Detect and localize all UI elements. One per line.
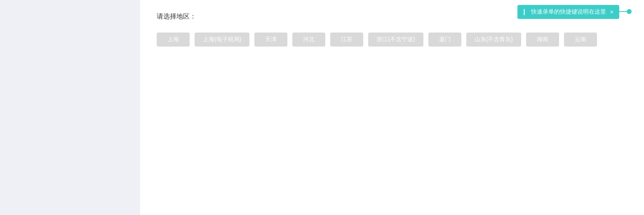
left-sidebar — [0, 0, 140, 215]
region-button-shanghai[interactable]: 上海 — [157, 33, 190, 47]
region-button-zhejiang[interactable]: 浙江(不含宁波) — [368, 33, 423, 47]
region-button-yunnan[interactable]: 云南 — [564, 33, 597, 47]
region-buttons-container: 上海上海(电子税局)天津河北江苏浙江(不含宁波)厦门山东(不含青岛)海南云南 — [157, 33, 628, 47]
main-content: 请选择地区： 上海上海(电子税局)天津河北江苏浙江(不含宁波)厦门山东(不含青岛… — [140, 0, 644, 215]
region-button-shandong[interactable]: 山东(不含青岛) — [466, 33, 521, 47]
tooltip-text: 快速录单的快捷键说明在这里 — [531, 8, 606, 16]
tooltip-close-button[interactable]: × — [610, 9, 613, 15]
region-button-hebei[interactable]: 河北 — [292, 33, 325, 47]
region-button-xiamen[interactable]: 厦门 — [428, 33, 461, 47]
tooltip-banner: 快速录单的快捷键说明在这里 × — [517, 5, 619, 19]
region-button-tianjin[interactable]: 天津 — [254, 33, 287, 47]
tooltip-dot — [627, 9, 632, 14]
region-button-shanghai-etax[interactable]: 上海(电子税局) — [195, 33, 249, 47]
region-button-jiangsu[interactable]: 江苏 — [330, 33, 363, 47]
region-button-hainan[interactable]: 海南 — [526, 33, 559, 47]
